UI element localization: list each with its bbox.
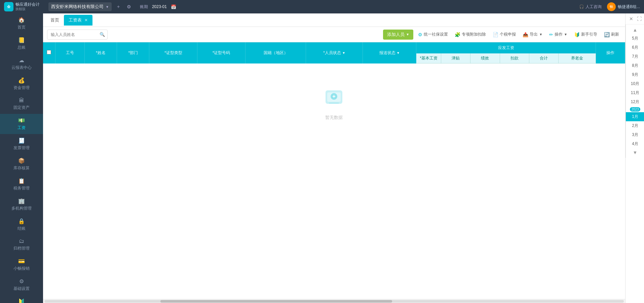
sidebar-label-close: 结账 [17, 226, 26, 231]
tab-home[interactable]: 首页 [46, 15, 64, 26]
period-label: 账期 [140, 4, 148, 10]
sidebar-item-expense[interactable]: 💳 小畅报销 [0, 255, 43, 275]
operation-arrow-icon: ▼ [564, 33, 567, 36]
guide-button[interactable]: 🔰 新手引导 [572, 32, 599, 37]
sidebar-label-fund: 资金管理 [13, 85, 30, 91]
month-item-3[interactable]: 3月 [626, 130, 644, 139]
sidebar-item-multi[interactable]: 🏢 多机构管理 [0, 194, 43, 215]
month-item-8[interactable]: 8月 [626, 61, 644, 70]
sidebar-item-cloud[interactable]: ☁ 云报表中心 [0, 54, 43, 74]
tab-salary-table[interactable]: 工资表 ✕ [64, 15, 92, 26]
settings-button[interactable]: ⚙ [125, 3, 133, 11]
cloud-icon: ☁ [19, 57, 24, 63]
sidebar-item-salary[interactable]: 💵 工资 [0, 114, 43, 134]
inventory-icon: 📦 [18, 158, 25, 164]
salary-icon: 💵 [18, 117, 25, 124]
month-nav-up[interactable]: ▲ [626, 26, 644, 34]
tax-icon: 📋 [18, 178, 25, 184]
report-filter-icon[interactable]: ▼ [396, 51, 400, 55]
main-layout: 🏠 首页 📒 总账 ☁ 云报表中心 💰 资金管理 🏛 固定资产 💵 工资 🧾 发… [0, 13, 644, 303]
sidebar: 🏠 首页 📒 总账 ☁ 云报表中心 💰 资金管理 🏛 固定资产 💵 工资 🧾 发… [0, 13, 43, 303]
month-item-4[interactable]: 4月 [626, 139, 644, 148]
sidebar-label-ledger: 总账 [17, 45, 26, 50]
add-company-button[interactable]: ＋ [114, 3, 122, 11]
empty-icon [320, 84, 347, 111]
scrollbar-thumb[interactable] [160, 300, 392, 303]
month-item-5[interactable]: 5月 [626, 34, 644, 43]
fund-icon: 💰 [18, 77, 25, 84]
refresh-button[interactable]: 🔄 刷新 [602, 32, 621, 37]
sidebar-item-asset[interactable]: 🏛 固定资产 [0, 94, 43, 114]
month-item-1[interactable]: 1月 [626, 112, 644, 121]
month-item-11[interactable]: 11月 [626, 88, 644, 97]
export-label: 导出 [530, 32, 538, 37]
month-item-10[interactable]: 10月 [626, 79, 644, 88]
tab-bar: 首页 工资表 ✕ [43, 13, 625, 27]
add-person-button[interactable]: 添加人员 ▼ [383, 30, 413, 40]
month-item-7[interactable]: 7月 [626, 52, 644, 61]
user-badge[interactable]: 畅 畅捷通B组... [607, 2, 640, 11]
th-job-no: 工号 [55, 42, 84, 63]
select-all-checkbox[interactable] [47, 50, 51, 54]
th-status: *人员状态 ▼ [306, 42, 363, 63]
guide-label: 新手引导 [581, 32, 597, 37]
search-wrapper: 🔍 [47, 30, 108, 40]
sidebar-item-ledger[interactable]: 📒 总账 [0, 34, 43, 54]
th-dept: *部门 [117, 42, 149, 63]
export-icon: 📤 [523, 32, 528, 37]
support-button[interactable]: 🎧 人工咨询 [579, 4, 602, 10]
sidebar-item-guide[interactable]: 🔰 新手引导 [0, 295, 43, 303]
th-country: 国籍（地区） [245, 42, 306, 63]
month-item-6[interactable]: 6月 [626, 43, 644, 52]
sidebar-label-archive: 归档管理 [13, 246, 30, 251]
calendar-icon[interactable]: 📅 [171, 4, 176, 9]
home-icon: 🏠 [18, 17, 25, 23]
th-allowance: 津贴 [441, 53, 470, 63]
month-nav-down[interactable]: ▼ [626, 148, 644, 157]
refresh-label: 刷新 [611, 32, 619, 37]
sidebar-label-invoice: 发票管理 [13, 145, 30, 151]
sidebar-item-tax[interactable]: 📋 税务管理 [0, 174, 43, 194]
special-deduction-button[interactable]: 🧩 专项附加扣除 [453, 32, 488, 37]
horizontal-scrollbar[interactable] [44, 300, 624, 303]
tax-return-button[interactable]: 📄 个税申报 [491, 32, 518, 37]
month-item-12[interactable]: 12月 [626, 97, 644, 106]
close-panel-button[interactable]: ✕ [628, 15, 635, 22]
status-filter-icon[interactable]: ▼ [342, 51, 345, 55]
svg-rect-5 [329, 102, 339, 104]
company-name: 西安虾米网络科技有限公司 [51, 4, 104, 10]
company-selector[interactable]: 西安虾米网络科技有限公司 ▼ [48, 2, 112, 11]
social-security-button[interactable]: ⚙ 统一社保设置 [416, 32, 450, 37]
social-security-icon: ⚙ [418, 32, 422, 37]
tab-close-icon[interactable]: ✕ [84, 18, 88, 23]
operation-icon: ✏ [549, 32, 553, 37]
th-total: 合计 [529, 53, 558, 63]
month-item-2[interactable]: 2月 [626, 121, 644, 130]
sidebar-item-close[interactable]: 🔒 结账 [0, 215, 43, 235]
th-report-status: 报送状态 ▼ [363, 42, 416, 63]
operation-button[interactable]: ✏ 操作 ▼ [547, 32, 569, 37]
toolbar: 🔍 添加人员 ▼ ⚙ 统一社保设置 🧩 专项附加扣除 📄 个税申报 📤 导出 [43, 27, 625, 42]
special-deduction-label: 专项附加扣除 [462, 32, 486, 37]
sidebar-item-fund[interactable]: 💰 资金管理 [0, 74, 43, 94]
sidebar-item-inventory[interactable]: 📦 库存核算 [0, 154, 43, 174]
table-wrapper: 工号 *姓名 *部门 *证型类型 *证型号码 [43, 42, 625, 299]
export-button[interactable]: 📤 导出 ▼ [521, 32, 544, 37]
month-item-9[interactable]: 9月 [626, 70, 644, 79]
th-performance: 绩效 [470, 53, 500, 63]
logo-text-block: 畅应通好会计 旗舰版 [15, 2, 40, 11]
sidebar-item-settings[interactable]: ⚙ 基础设置 [0, 275, 43, 295]
month-panel: ▲ 5月 6月 7月 8月 9月 10月 11月 12月 [626, 25, 644, 158]
sidebar-item-invoice[interactable]: 🧾 发票管理 [0, 134, 43, 154]
sidebar-item-home[interactable]: 🏠 首页 [0, 13, 43, 34]
th-checkbox [43, 42, 55, 63]
search-input[interactable] [47, 30, 108, 40]
user-name: 畅捷通B组... [618, 4, 640, 10]
top-bar-right: 🎧 人工咨询 畅 畅捷通B组... [579, 2, 640, 11]
expand-panel-button[interactable]: ⛶ [636, 15, 643, 22]
logo-subtitle: 旗舰版 [15, 7, 40, 11]
period-value: 2023-01 [152, 4, 167, 9]
sidebar-item-archive[interactable]: 🗂 归档管理 [0, 235, 43, 255]
th-name: *姓名 [84, 42, 117, 63]
empty-text: 暂无数据 [325, 115, 343, 121]
